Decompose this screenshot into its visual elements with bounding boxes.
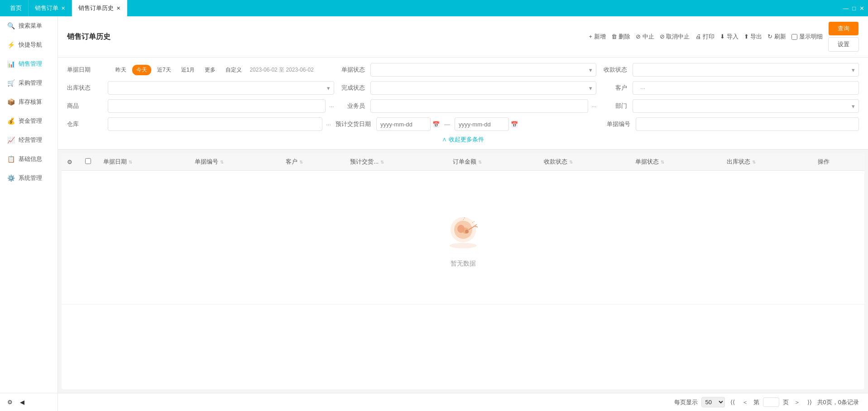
th-order-amount[interactable]: 订单金额 ⇅ xyxy=(447,153,539,171)
date-btn-7days[interactable]: 近7天 xyxy=(153,65,175,75)
th-settings[interactable]: ⚙ xyxy=(62,153,80,171)
sidebar-settings-icon[interactable]: ⚙ xyxy=(7,399,13,406)
ops-mgmt-icon: 📈 xyxy=(7,136,15,144)
sidebar-item-purchase-mgmt[interactable]: 🛒 采购管理 xyxy=(0,73,58,92)
prev-page-btn[interactable]: ＜ xyxy=(740,397,750,407)
quick-nav-icon: ⚡ xyxy=(7,41,15,48)
date-btn-today[interactable]: 今天 xyxy=(132,65,151,75)
tab-home-label: 首页 xyxy=(10,4,22,12)
window-restore[interactable]: □ xyxy=(852,5,856,12)
date-btn-yesterday[interactable]: 昨天 xyxy=(111,65,130,75)
sidebar-item-sys-mgmt[interactable]: ⚙️ 系统管理 xyxy=(0,169,58,188)
page-input[interactable]: 1 xyxy=(763,397,779,407)
filter-row-4: 仓库 ··· 预计交货日期 📅 — 📅 单据编号 xyxy=(67,117,859,131)
date-btn-more[interactable]: 更多 xyxy=(201,65,220,75)
date-btn-1month[interactable]: 近1月 xyxy=(177,65,199,75)
th-receipt-sort[interactable]: 收款状态 ⇅ xyxy=(544,158,624,166)
filter-row-2: 出库状态 ▾ 完成状态 ▾ 客户 ··· xyxy=(67,81,859,95)
order-status-select[interactable]: ▾ xyxy=(370,63,597,77)
th-outbound-status[interactable]: 出库状态 ⇅ xyxy=(721,153,813,171)
window-minimize[interactable]: — xyxy=(843,5,849,12)
receipt-status-field: ▾ xyxy=(633,63,859,77)
th-date-sort[interactable]: 单据日期 ⇅ xyxy=(103,158,184,166)
refresh-button[interactable]: ↻ 刷新 xyxy=(767,33,786,41)
expected-sort-icon: ⇅ xyxy=(380,160,384,164)
sidebar-item-quick-nav[interactable]: ⚡ 快捷导航 xyxy=(0,35,58,54)
warehouse-dots[interactable]: ··· xyxy=(326,121,331,128)
product-dots[interactable]: ··· xyxy=(329,103,334,110)
th-expected-delivery[interactable]: 预计交货... ⇅ xyxy=(345,153,447,171)
next-page-btn[interactable]: ＞ xyxy=(792,397,802,407)
display-toggle-checkbox[interactable] xyxy=(791,34,797,40)
th-customer-sort[interactable]: 客户 ⇅ xyxy=(286,158,339,166)
sidebar-item-ops-mgmt[interactable]: 📈 经营管理 xyxy=(0,131,58,150)
sidebar-item-basic-info[interactable]: 📋 基础信息 xyxy=(0,150,58,169)
last-page-btn[interactable]: ⟩⟩ xyxy=(806,398,814,406)
salesman-input[interactable] xyxy=(370,99,588,113)
sidebar-item-sales-mgmt[interactable]: 📊 销售管理 xyxy=(0,54,58,73)
export-button[interactable]: ⬆ 导出 xyxy=(744,33,762,41)
main-layout: 🔍 搜索菜单 ⚡ 快捷导航 📊 销售管理 🛒 采购管理 📦 库存核算 💰 资金管… xyxy=(0,16,868,411)
collapse-btn[interactable]: ∧ 收起更多条件 xyxy=(67,135,859,144)
print-button[interactable]: 🖨 打印 xyxy=(695,33,715,41)
date-btn-custom[interactable]: 自定义 xyxy=(221,65,246,75)
customer-label: 客户 xyxy=(596,84,633,92)
th-outbound-sort[interactable]: 出库状态 ⇅ xyxy=(727,158,807,166)
display-toggle[interactable]: 显示明细 xyxy=(791,33,823,41)
th-amount-sort[interactable]: 订单金额 ⇅ xyxy=(453,158,533,166)
sidebar-item-capital-mgmt[interactable]: 💰 资金管理 xyxy=(0,111,58,131)
sidebar-item-purchase-label: 采购管理 xyxy=(19,79,42,87)
tab-sales-order[interactable]: 销售订单 ✕ xyxy=(29,0,72,16)
date-sort-icon: ⇅ xyxy=(129,160,132,164)
customer-dots[interactable]: ··· xyxy=(640,85,645,92)
filter-row-1: 单据日期 昨天 今天 近7天 近1月 更多 自定义 2023-06-02 至 2… xyxy=(67,63,859,77)
order-status-label: 单据状态 xyxy=(334,66,370,74)
product-input[interactable] xyxy=(108,99,326,113)
svg-point-5 xyxy=(465,230,469,233)
expected-date-to[interactable] xyxy=(455,117,509,131)
select-all-checkbox[interactable] xyxy=(85,158,91,164)
th-order-status[interactable]: 单据状态 ⇅ xyxy=(630,153,721,171)
tab-home[interactable]: 首页 xyxy=(4,0,29,16)
th-no-sort[interactable]: 单据编号 ⇅ xyxy=(195,158,275,166)
query-button[interactable]: 查询 xyxy=(829,22,858,35)
page-size-select[interactable]: 10 20 50 100 xyxy=(701,397,725,407)
outbound-status-select[interactable]: ▾ xyxy=(108,81,334,95)
tab-sales-order-history[interactable]: 销售订单历史 ✕ xyxy=(72,0,127,16)
receipt-status-chevron: ▾ xyxy=(852,67,855,73)
new-button[interactable]: + 新增 xyxy=(589,33,605,41)
tab-sales-order-history-close[interactable]: ✕ xyxy=(116,5,120,11)
calendar-from-icon[interactable]: 📅 xyxy=(432,121,440,128)
window-close[interactable]: ✕ xyxy=(859,5,864,12)
sidebar-item-search-menu[interactable]: 🔍 搜索菜单 xyxy=(0,16,58,35)
filter-settings-button[interactable]: 设置 xyxy=(828,37,859,52)
th-date[interactable]: 单据日期 ⇅ xyxy=(98,153,189,171)
customer-select[interactable]: ··· xyxy=(633,81,859,95)
receipt-status-select[interactable]: ▾ xyxy=(633,63,859,77)
th-no[interactable]: 单据编号 ⇅ xyxy=(189,153,281,171)
sidebar-item-inventory[interactable]: 📦 库存核算 xyxy=(0,92,58,111)
calendar-to-icon[interactable]: 📅 xyxy=(511,121,518,128)
cancel-stop-button[interactable]: ⊘ 取消中止 xyxy=(660,33,690,41)
delete-button[interactable]: 🗑 删除 xyxy=(611,33,631,41)
th-check[interactable] xyxy=(80,153,98,171)
th-order-status-sort[interactable]: 单据状态 ⇅ xyxy=(635,158,716,166)
complete-status-select[interactable]: ▾ xyxy=(370,81,597,95)
sales-mgmt-icon: 📊 xyxy=(7,60,15,68)
department-select[interactable]: ▾ xyxy=(633,99,859,113)
date-label: 单据日期 xyxy=(67,66,108,74)
import-button[interactable]: ⬇ 导入 xyxy=(720,33,739,41)
first-page-btn[interactable]: ⟨⟨ xyxy=(729,398,737,406)
expected-date-from[interactable] xyxy=(376,117,431,131)
tab-sales-order-close[interactable]: ✕ xyxy=(61,5,65,11)
th-customer[interactable]: 客户 ⇅ xyxy=(280,153,345,171)
sidebar-collapse-icon[interactable]: ◀ xyxy=(20,399,24,406)
th-receipt-status[interactable]: 收款状态 ⇅ xyxy=(538,153,630,171)
order-no-input[interactable] xyxy=(636,117,859,131)
complete-status-field: ▾ xyxy=(370,81,597,95)
salesman-dots[interactable]: ··· xyxy=(592,103,597,110)
sys-mgmt-icon: ⚙️ xyxy=(7,174,15,182)
th-expected-sort[interactable]: 预计交货... ⇅ xyxy=(350,158,441,166)
stop-button[interactable]: ⊘ 中止 xyxy=(636,33,654,41)
warehouse-input[interactable] xyxy=(108,117,322,131)
